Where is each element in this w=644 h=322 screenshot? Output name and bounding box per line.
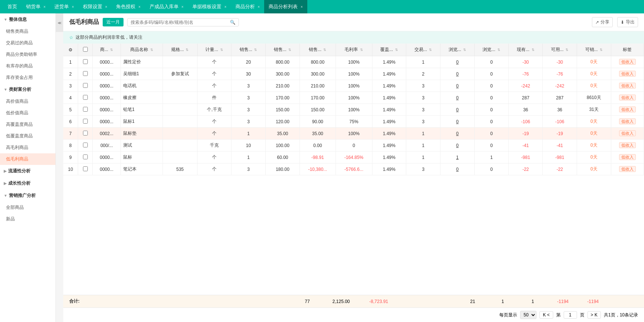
row-browse1[interactable]: 0 [440, 104, 475, 116]
row-checkbox[interactable] [78, 163, 93, 175]
sidebar-group-circulation[interactable]: ▶ 流通性分析 [0, 165, 55, 177]
sidebar-group-marketing[interactable]: ▼ 营销推广分析 [0, 189, 55, 202]
col-transactions[interactable]: 交易... ⇅ [406, 44, 440, 56]
sidebar-group-wealth[interactable]: ▼ 类财富分析 [0, 83, 55, 96]
nav-analysis-list[interactable]: 商品分析列表 × [264, 0, 307, 13]
row-name[interactable]: 电话机 [121, 80, 163, 92]
row-select-checkbox[interactable] [83, 95, 88, 100]
col-coverage[interactable]: 覆盖... ⇅ [372, 44, 406, 56]
nav-analysis[interactable]: 商品分析 × [231, 0, 264, 13]
row-checkbox[interactable] [78, 92, 93, 104]
row-name[interactable]: 铅笔1 [121, 104, 163, 116]
search-input[interactable] [131, 20, 230, 25]
pagination-next-last[interactable]: > K [587, 311, 601, 319]
nav-analysis-list-close[interactable]: × [301, 5, 303, 9]
nav-roles[interactable]: 角色授权 × [112, 0, 145, 13]
nav-sales-close[interactable]: × [44, 5, 46, 9]
pagination-first-prev[interactable]: K < [539, 311, 553, 319]
col-spec[interactable]: 规格... ⇅ [163, 44, 197, 56]
col-gross-rate[interactable]: 毛利率 ⇅ [336, 44, 372, 56]
sidebar-item-high-margin[interactable]: 高毛利商品 [0, 142, 55, 153]
nav-purchase-close[interactable]: × [72, 5, 74, 9]
col-tag[interactable]: 标签 [611, 44, 644, 56]
col-available[interactable]: 可用... ⇅ [543, 44, 577, 56]
nav-templates[interactable]: 单据模板设置 × [188, 0, 231, 13]
row-browse1[interactable]: 0 [440, 56, 475, 68]
nav-roles-close[interactable]: × [138, 5, 141, 9]
sidebar-item-traded-goods[interactable]: 交易过的商品 [0, 37, 55, 49]
row-select-checkbox[interactable] [83, 83, 88, 88]
row-select-checkbox[interactable] [83, 107, 88, 112]
sidebar-item-new-goods[interactable]: 新品 [0, 213, 55, 225]
row-browse1[interactable]: 0 [440, 68, 475, 80]
row-checkbox[interactable] [78, 116, 93, 128]
row-checkbox[interactable] [78, 80, 93, 92]
nav-products[interactable]: 产成品入库单 × [145, 0, 188, 13]
col-settings[interactable]: ⚙ [63, 44, 78, 56]
nav-products-close[interactable]: × [182, 5, 184, 9]
sidebar-item-all-goods[interactable]: 全部商品 [0, 202, 55, 213]
col-sales-profit[interactable]: 销售... ⇅ [299, 44, 336, 56]
col-sales-amount[interactable]: 销售... ⇅ [266, 44, 300, 56]
row-checkbox[interactable] [78, 140, 93, 152]
sidebar-item-category-rate[interactable]: 商品分类助销率 [0, 49, 55, 60]
sidebar-item-low-value[interactable]: 低价值商品 [0, 107, 55, 119]
col-name[interactable]: 商品名称 ⇅ [121, 44, 163, 56]
sidebar-item-stock-capital[interactable]: 库存资金占用 [0, 72, 55, 83]
export-button[interactable]: ⬇ 导出 [617, 17, 638, 27]
row-browse1[interactable]: 0 [440, 163, 475, 175]
row-browse1[interactable]: 0 [440, 140, 475, 152]
row-select-checkbox[interactable] [83, 71, 88, 76]
row-name[interactable]: 鼠标1 [121, 116, 163, 128]
sidebar-item-low-margin[interactable]: 低毛利商品 [0, 153, 55, 165]
sidebar-item-sales-goods[interactable]: 销售类商品 [0, 26, 55, 37]
page-input[interactable] [564, 311, 577, 319]
row-browse1[interactable]: 0 [440, 128, 475, 140]
col-unit[interactable]: 计量... ⇅ [197, 44, 231, 56]
select-all-checkbox[interactable] [83, 47, 88, 52]
row-name[interactable]: 测试 [121, 140, 163, 152]
row-browse1[interactable]: 0 [440, 80, 475, 92]
row-select-checkbox[interactable] [83, 59, 88, 64]
col-browse2[interactable]: 浏览... ⇅ [474, 44, 509, 56]
col-code[interactable]: 商... ⇅ [93, 44, 121, 56]
col-current-stock[interactable]: 现有... ⇅ [509, 44, 543, 56]
per-page-select[interactable]: 50 [520, 311, 536, 319]
sidebar-item-stock-goods[interactable]: 有库存的商品 [0, 60, 55, 72]
row-checkbox[interactable] [78, 68, 93, 80]
row-name[interactable]: 笔记本 [121, 163, 163, 175]
row-select-checkbox[interactable] [83, 119, 88, 124]
sidebar-item-high-value[interactable]: 高价值商品 [0, 96, 55, 107]
row-checkbox[interactable] [78, 56, 93, 68]
row-name[interactable]: 吴细细1 [121, 68, 163, 80]
sidebar-group-growth[interactable]: ▶ 成长性分析 [0, 177, 55, 189]
row-name[interactable]: 属性定价 [121, 56, 163, 68]
sidebar-item-high-coverage[interactable]: 高覆盖度商品 [0, 119, 55, 130]
row-select-checkbox[interactable] [83, 143, 88, 147]
col-browse1[interactable]: 浏览... ⇅ [440, 44, 475, 56]
row-checkbox[interactable] [78, 152, 93, 163]
col-checkbox[interactable] [78, 44, 93, 56]
search-icon[interactable]: 🔍 [230, 20, 236, 25]
row-name[interactable]: 鼠标垫 [121, 128, 163, 140]
col-saleable[interactable]: 可销... ⇅ [577, 44, 611, 56]
share-button[interactable]: ↗ 分享 [592, 17, 613, 27]
row-checkbox[interactable] [78, 104, 93, 116]
row-name[interactable]: 鼠标 [121, 152, 163, 163]
nav-permissions-close[interactable]: × [105, 5, 108, 9]
table-container[interactable]: ⚙ 商... ⇅ 商品名称 ⇅ 规格... ⇅ 计量... ⇅ 销售... ⇅ … [63, 44, 644, 295]
row-browse1[interactable]: 0 [440, 116, 475, 128]
row-browse1[interactable]: 0 [440, 92, 475, 104]
sidebar-collapse-button[interactable]: ≪ [56, 13, 63, 32]
row-name[interactable]: 橡皮擦 [121, 92, 163, 104]
nav-home[interactable]: 首页 [3, 0, 22, 13]
nav-templates-close[interactable]: × [224, 5, 227, 9]
nav-purchase[interactable]: 进货单 × [50, 0, 78, 13]
row-select-checkbox[interactable] [83, 166, 88, 171]
row-select-checkbox[interactable] [83, 131, 88, 136]
sidebar-item-low-coverage[interactable]: 低覆盖度商品 [0, 130, 55, 142]
col-sales-qty[interactable]: 销售... ⇅ [231, 44, 266, 56]
nav-permissions[interactable]: 权限设置 × [79, 0, 112, 13]
row-browse1[interactable]: 1 [440, 152, 475, 163]
nav-analysis-close[interactable]: × [257, 5, 260, 9]
